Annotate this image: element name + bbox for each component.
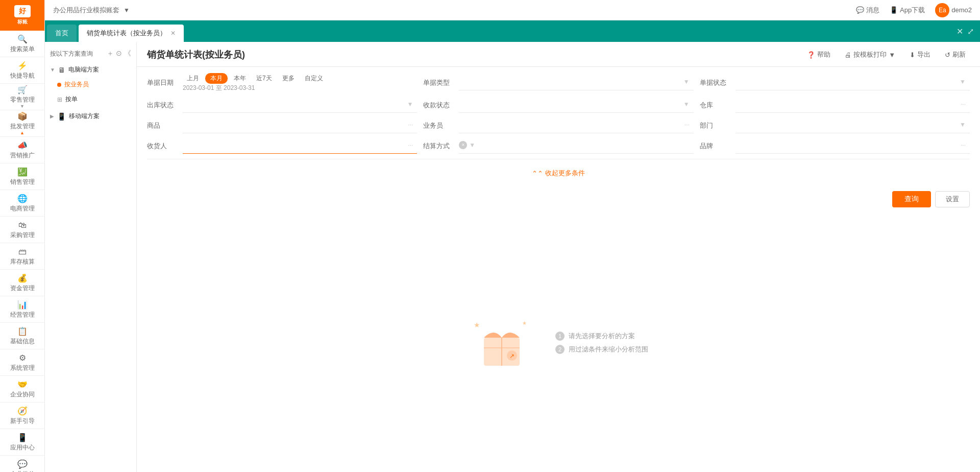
- brand-input[interactable]: [736, 141, 959, 149]
- goods-more-icon[interactable]: ···: [408, 121, 413, 128]
- sidebar-item-inventory[interactable]: 🗃 库存核算: [0, 243, 45, 270]
- tab-close-icon[interactable]: ✕: [170, 30, 176, 37]
- tip-num-2: 2: [555, 345, 565, 354]
- salesman-more-icon[interactable]: ···: [684, 121, 690, 128]
- sidebar-item-basic[interactable]: 📋 基础信息: [0, 323, 45, 349]
- receipt-status-field[interactable]: ▼: [459, 98, 693, 113]
- dept-field[interactable]: ▼: [736, 118, 970, 133]
- tab-maximize-icon[interactable]: ⤢: [967, 27, 974, 36]
- sidebar-item-search[interactable]: 🔍 搜索菜单: [0, 31, 45, 57]
- sidebar-item-finance[interactable]: 💰 资金管理: [0, 270, 45, 296]
- warehouse-input[interactable]: [736, 100, 959, 108]
- export-icon: ⬇: [910, 51, 915, 59]
- sidebar-item-quicknav-label: 快捷导航: [10, 72, 35, 79]
- date-tab-lastmonth[interactable]: 上月: [183, 73, 203, 84]
- sidebar-item-ecommerce[interactable]: 🌐 电商管理: [0, 190, 45, 217]
- goods-input[interactable]: [183, 121, 406, 128]
- goods-field[interactable]: ···: [183, 118, 417, 133]
- consignee-field[interactable]: ···: [183, 138, 417, 154]
- salesman-input[interactable]: [459, 121, 682, 128]
- out-status-input[interactable]: [183, 100, 405, 108]
- sidebar-item-wechat[interactable]: 💬 企业微信: [0, 456, 45, 472]
- consignee-input[interactable]: [183, 141, 406, 149]
- payment-field[interactable]: × ▼: [459, 138, 693, 154]
- salesman-field[interactable]: ···: [459, 118, 693, 133]
- date-tab-7days[interactable]: 近7天: [252, 73, 276, 84]
- doc-type-dropdown-icon[interactable]: ▼: [683, 78, 690, 85]
- sidebar-item-wholesale[interactable]: 📦 批发管理 ▲: [0, 110, 45, 137]
- suite-dropdown-icon[interactable]: ▼: [124, 7, 130, 14]
- consignee-more-icon[interactable]: ···: [408, 141, 413, 149]
- export-btn[interactable]: ⬇ 导出: [905, 48, 935, 61]
- date-tab-custom[interactable]: 自定义: [301, 73, 327, 84]
- query-btn[interactable]: 查询: [892, 191, 931, 207]
- svg-text:★: ★: [474, 321, 480, 329]
- search-nav-icon: 🔍: [17, 34, 28, 44]
- payment-label: 结算方式: [423, 141, 459, 151]
- app-download-btn[interactable]: 📱 App下载: [890, 6, 925, 15]
- doc-type-field[interactable]: ▼: [459, 75, 693, 90]
- receipt-status-dropdown-icon[interactable]: ▼: [683, 101, 690, 108]
- basic-icon: 📋: [17, 326, 28, 336]
- scheme-tree-pc-folder[interactable]: ▼ 🖥 电脑端方案: [45, 62, 136, 77]
- refresh-btn[interactable]: ↺ 刷新: [941, 48, 970, 61]
- scheme-tree-mobile-folder[interactable]: ▶ 📱 移动端方案: [45, 109, 136, 124]
- out-status-field[interactable]: ▼: [183, 98, 417, 113]
- template-print-btn[interactable]: 🖨 按模板打印 ▼: [841, 48, 899, 61]
- edit-scheme-btn[interactable]: ⊙: [116, 49, 122, 58]
- warehouse-more-icon[interactable]: ···: [961, 101, 966, 108]
- scheme-tree-by-order[interactable]: ⊞ 按单: [45, 92, 136, 107]
- payment-filter-col: 结算方式 × ▼: [423, 138, 693, 154]
- dept-dropdown-icon[interactable]: ▼: [960, 121, 966, 128]
- app-download-label: App下载: [900, 6, 925, 15]
- sidebar-item-enterprise[interactable]: 🤝 企业协同: [0, 376, 45, 403]
- sidebar-item-system[interactable]: ⚙ 系统管理: [0, 349, 45, 376]
- company-suite-title: 办公用品行业模拟账套: [53, 6, 119, 15]
- empty-content: ★ ★ · ↗ 1 请先选择要分析的方案: [469, 312, 648, 373]
- dept-input[interactable]: [736, 121, 958, 128]
- sidebar-item-appcenter-label: 应用中心: [10, 444, 35, 451]
- doc-type-input[interactable]: [459, 78, 681, 85]
- appcenter-icon: 📱: [17, 433, 28, 442]
- receipt-status-input[interactable]: [459, 100, 681, 108]
- doc-status-field[interactable]: ▼: [736, 75, 970, 90]
- filter-row-1: 单据日期 上月 本月 本年 近7天 更多 自定义 2023-03-01 至 20…: [147, 73, 970, 92]
- date-tab-thismonth[interactable]: 本月: [205, 73, 228, 84]
- empty-tip-2: 2 用过滤条件来缩小分析范围: [555, 345, 648, 354]
- add-scheme-btn[interactable]: ＋: [107, 49, 114, 58]
- system-icon: ⚙: [19, 353, 26, 363]
- setting-btn[interactable]: 设置: [935, 191, 970, 207]
- date-tab-more[interactable]: 更多: [278, 73, 299, 84]
- scheme-tree-by-salesman[interactable]: 按业务员: [45, 77, 136, 92]
- user-info[interactable]: Ea demo2: [935, 3, 972, 17]
- brand-more-icon[interactable]: ···: [961, 141, 966, 149]
- sidebar-item-newuser[interactable]: 🧭 新手引导: [0, 403, 45, 429]
- collapse-btn[interactable]: ⌃⌃ 收起更多条件: [147, 166, 970, 181]
- sidebar-item-marketing[interactable]: 📣 营销推广: [0, 137, 45, 163]
- page-content: 销货单统计表(按业务员) ❓ 帮助 🖨 按模板打印 ▼ ⬇: [137, 42, 980, 472]
- sidebar-item-sales[interactable]: 💹 销售管理: [0, 163, 45, 190]
- scheme-panel-actions: ＋ ⊙ 《: [107, 49, 131, 58]
- pc-folder-arrow: ▼: [50, 67, 55, 73]
- sidebar-item-quicknav[interactable]: ⚡ 快捷导航: [0, 57, 45, 84]
- tip-text-1: 请先选择要分析的方案: [569, 332, 635, 341]
- date-tab-thisyear[interactable]: 本年: [230, 73, 250, 84]
- filter-actions-row: 查询 设置: [137, 187, 980, 214]
- tab-sales-stat[interactable]: 销货单统计表（按业务员） ✕: [79, 25, 184, 42]
- payment-dropdown-icon[interactable]: ▼: [469, 141, 475, 149]
- doc-status-input[interactable]: [736, 78, 958, 85]
- tab-home[interactable]: 首页: [47, 25, 77, 42]
- brand-field[interactable]: ···: [736, 138, 970, 154]
- sidebar-item-retail[interactable]: 🛒 零售管理 ▼: [0, 84, 45, 110]
- collapse-scheme-btn[interactable]: 《: [124, 49, 131, 58]
- tab-close-window-icon[interactable]: ✕: [957, 27, 963, 36]
- help-btn[interactable]: ❓ 帮助: [803, 48, 835, 61]
- out-status-dropdown-icon[interactable]: ▼: [407, 101, 413, 108]
- doc-status-dropdown-icon[interactable]: ▼: [960, 78, 966, 85]
- messages-btn[interactable]: 💬 消息: [856, 6, 879, 15]
- payment-clear-btn[interactable]: ×: [459, 141, 467, 149]
- sidebar-item-appcenter[interactable]: 📱 应用中心: [0, 429, 45, 456]
- sidebar-item-operations[interactable]: 📊 经营管理: [0, 296, 45, 323]
- warehouse-field[interactable]: ···: [736, 98, 970, 113]
- sidebar-item-purchase[interactable]: 🛍 采购管理: [0, 217, 45, 243]
